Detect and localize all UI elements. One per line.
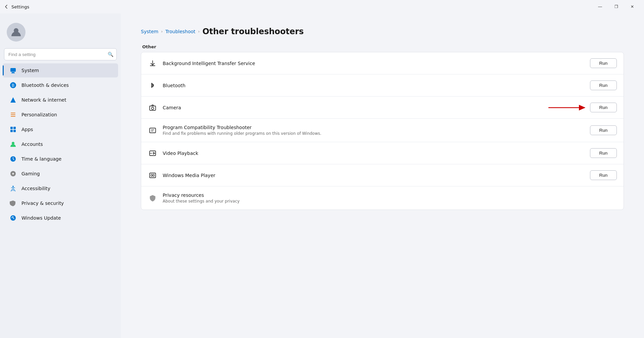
svg-text:B: B [12,83,14,88]
bits-icon [148,59,157,68]
svg-rect-3 [11,73,15,73]
table-row: Camera Run [141,97,624,119]
table-row: Background Intelligent Transfer Service … [141,52,624,74]
network-icon [9,96,17,104]
bluetooth-item-text: Bluetooth [163,83,585,88]
sidebar-label-accounts: Accounts [21,142,43,147]
svg-rect-18 [13,173,13,175]
avatar [7,23,25,42]
privacy-resources-text: Privacy resources About these settings a… [163,192,617,204]
search-icon: 🔍 [108,52,113,57]
user-icon [11,27,21,38]
titlebar-controls: — ❐ ✕ [592,1,640,12]
close-button[interactable]: ✕ [625,1,640,12]
program-compat-title: Program Compatibility Troubleshooter [163,125,585,130]
time-icon [9,155,17,163]
back-icon[interactable] [4,4,9,9]
sidebar-label-time: Time & language [21,156,61,162]
breadcrumb: System › Troubleshoot › Other troublesho… [141,27,624,36]
windows-update-icon [9,214,17,222]
main-content: System › Troubleshoot › Other troublesho… [121,13,644,338]
sidebar-item-accounts[interactable]: Accounts [3,137,118,151]
sidebar-item-personalization[interactable]: Personalization [3,108,118,122]
sidebar-label-network: Network & internet [21,97,66,103]
app-title: Settings [11,4,29,9]
svg-marker-6 [10,97,16,103]
program-compat-run-button[interactable]: Run [590,125,617,135]
search-input[interactable] [4,48,117,60]
sidebar-item-time[interactable]: Time & language [3,152,118,166]
video-playback-text: Video Playback [163,151,585,156]
program-compat-desc: Find and fix problems with running older… [163,131,585,136]
breadcrumb-sep-1: › [161,29,163,34]
svg-point-14 [12,142,14,145]
bluetooth-icon: B [9,81,17,89]
app-body: 🔍 System B Bluetooth & devices Network &… [0,13,644,338]
privacy-icon [9,200,17,207]
sidebar-item-windows-update[interactable]: Windows Update [3,211,118,225]
sidebar-label-gaming: Gaming [21,171,40,176]
video-playback-title: Video Playback [163,151,585,156]
breadcrumb-troubleshoot[interactable]: Troubleshoot [165,29,196,34]
sidebar-item-privacy[interactable]: Privacy & security [3,196,118,210]
svg-rect-11 [13,127,16,129]
breadcrumb-system[interactable]: System [141,29,158,34]
bits-title: Background Intelligent Transfer Service [163,61,585,66]
sidebar: 🔍 System B Bluetooth & devices Network &… [0,13,121,338]
bits-text: Background Intelligent Transfer Service [163,61,585,66]
video-playback-run-button[interactable]: Run [590,148,617,158]
camera-run-button[interactable]: Run [590,103,617,112]
svg-rect-27 [150,173,156,178]
windows-media-title: Windows Media Player [163,173,585,178]
svg-rect-9 [11,113,15,113]
table-row: Video Playback Run [141,142,624,164]
minimize-button[interactable]: — [592,1,608,12]
svg-rect-29 [153,174,154,176]
bluetooth-run-button[interactable]: Run [590,80,617,90]
bluetooth-item-icon [148,81,157,90]
accounts-icon [9,140,17,148]
bluetooth-item-title: Bluetooth [163,83,585,88]
windows-media-text: Windows Media Player [163,173,585,178]
svg-rect-7 [11,116,15,117]
program-compat-text: Program Compatibility Troubleshooter Fin… [163,125,585,136]
camera-item-text: Camera [163,105,585,110]
section-label: Other [141,44,624,49]
system-icon [9,67,17,74]
sidebar-item-apps[interactable]: Apps [3,122,118,136]
sidebar-label-apps: Apps [21,127,33,132]
svg-rect-12 [10,130,13,132]
table-row: Program Compatibility Troubleshooter Fin… [141,119,624,142]
apps-icon [9,126,17,133]
user-section [0,17,121,48]
sidebar-item-system[interactable]: System [3,63,118,77]
camera-item-title: Camera [163,105,585,110]
maximize-button[interactable]: ❐ [608,1,624,12]
sidebar-item-gaming[interactable]: Gaming [3,167,118,181]
titlebar: Settings — ❐ ✕ [0,0,644,13]
svg-rect-2 [12,72,14,73]
sidebar-label-accessibility: Accessibility [21,186,50,191]
sidebar-label-bluetooth: Bluetooth & devices [21,82,69,88]
sidebar-item-network[interactable]: Network & internet [3,93,118,107]
windows-media-run-button[interactable]: Run [590,170,617,180]
bits-run-button[interactable]: Run [590,58,617,68]
privacy-resources-desc: About these settings and your privacy [163,199,617,204]
svg-point-19 [12,186,14,187]
red-arrow [547,103,587,112]
svg-rect-8 [11,114,15,115]
program-compat-icon [148,126,157,135]
table-row: Bluetooth Run [141,74,624,97]
troubleshooter-list: Background Intelligent Transfer Service … [141,52,624,210]
titlebar-left: Settings [4,4,29,9]
windows-media-icon [148,171,157,180]
svg-rect-13 [13,130,16,132]
svg-rect-10 [10,127,13,129]
gaming-icon [9,170,17,177]
svg-rect-1 [10,68,16,72]
privacy-resources-icon [148,193,157,203]
table-row: Privacy resources About these settings a… [141,186,624,210]
sidebar-label-privacy: Privacy & security [21,201,64,206]
sidebar-item-bluetooth[interactable]: B Bluetooth & devices [3,78,118,92]
sidebar-item-accessibility[interactable]: Accessibility [3,181,118,195]
